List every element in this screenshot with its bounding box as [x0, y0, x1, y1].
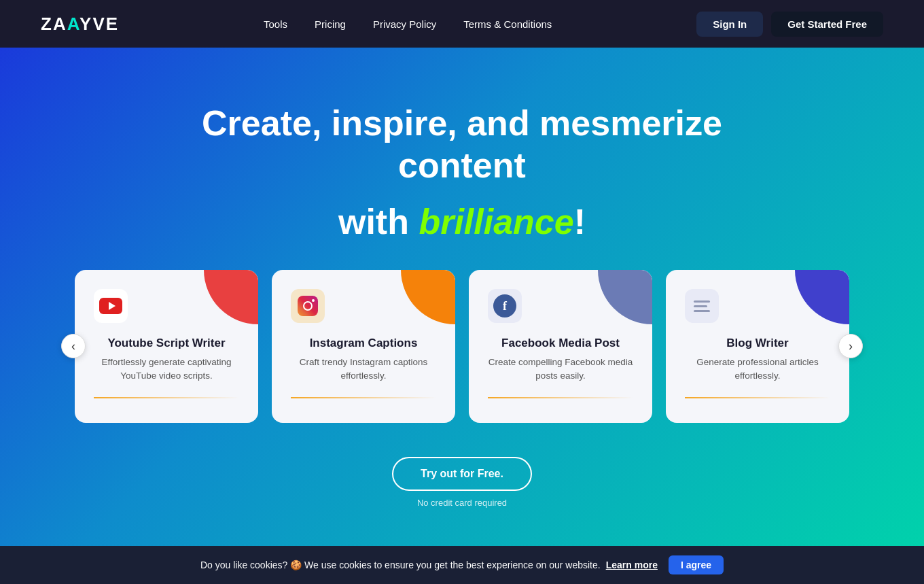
- blog-icon-wrapper: [685, 289, 719, 323]
- card-divider-youtube: [94, 397, 239, 398]
- navbar: ZAAYVE Tools Pricing Privacy Policy Term…: [0, 0, 924, 48]
- card-corner-blog: [795, 270, 849, 324]
- facebook-icon-wrapper: f: [488, 289, 522, 323]
- logo: ZAAYVE: [41, 14, 119, 35]
- signin-button[interactable]: Sign In: [696, 12, 763, 37]
- hero-title-line1: Create, inspire, and mesmerize content: [156, 102, 768, 187]
- card-divider-facebook: [488, 397, 633, 398]
- card-facebook: f Facebook Media Post Create compelling …: [469, 270, 652, 423]
- hero-brilliance: brilliance: [419, 202, 573, 241]
- card-corner-facebook: [598, 270, 652, 324]
- card-title-facebook: Facebook Media Post: [488, 337, 633, 350]
- card-desc-facebook: Create compelling Facebook media posts e…: [488, 356, 633, 383]
- nav-privacy[interactable]: Privacy Policy: [373, 18, 436, 30]
- nav-pricing[interactable]: Pricing: [315, 18, 346, 30]
- card-instagram: Instagram Captions Craft trendy Instagra…: [272, 270, 455, 423]
- card-desc-blog: Generate professional articles effortles…: [685, 356, 830, 383]
- try-free-button[interactable]: Try out for Free.: [392, 457, 532, 491]
- card-title-blog: Blog Writer: [685, 337, 830, 350]
- blog-lines-icon: [694, 300, 710, 312]
- yt-play-icon: [99, 298, 122, 314]
- try-section: Try out for Free. No credit card require…: [41, 450, 883, 535]
- nav-links: Tools Pricing Privacy Policy Terms & Con…: [264, 18, 552, 30]
- cookie-text: Do you like cookies? 🍪 We use cookies to…: [200, 560, 601, 570]
- card-youtube: Youtube Script Writer Effortlessly gener…: [75, 270, 258, 423]
- navbar-actions: Sign In Get Started Free: [696, 12, 883, 37]
- get-started-button[interactable]: Get Started Free: [771, 12, 883, 37]
- try-note: No credit card required: [41, 498, 883, 508]
- carousel-prev-button[interactable]: ‹: [61, 334, 86, 358]
- hero-title-line2: with brilliance!: [41, 201, 883, 243]
- instagram-icon: [298, 296, 318, 316]
- card-title-instagram: Instagram Captions: [291, 337, 436, 350]
- card-title-youtube: Youtube Script Writer: [94, 337, 239, 350]
- carousel-next-button[interactable]: ›: [838, 334, 863, 358]
- cards-carousel: ‹ Youtube Script Writer Effortlessly gen…: [54, 270, 870, 423]
- nav-tools[interactable]: Tools: [264, 18, 287, 30]
- nav-terms[interactable]: Terms & Conditions: [463, 18, 552, 30]
- facebook-icon: f: [493, 294, 516, 317]
- card-desc-youtube: Effortlessly generate captivating YouTub…: [94, 356, 239, 383]
- cards-wrapper: Youtube Script Writer Effortlessly gener…: [54, 270, 870, 423]
- hero-section: Create, inspire, and mesmerize content w…: [0, 48, 924, 576]
- card-desc-instagram: Craft trendy Instagram captions effortle…: [291, 356, 436, 383]
- cookie-learn-more[interactable]: Learn more: [606, 560, 658, 570]
- cookie-agree-button[interactable]: I agree: [669, 555, 724, 574]
- instagram-icon-wrapper: [291, 289, 325, 323]
- cookie-banner: Do you like cookies? 🍪 We use cookies to…: [0, 546, 924, 584]
- card-blog: Blog Writer Generate professional articl…: [666, 270, 849, 423]
- card-corner-instagram: [401, 270, 455, 324]
- card-corner-youtube: [204, 270, 258, 324]
- card-divider-blog: [685, 397, 830, 398]
- card-divider-instagram: [291, 397, 436, 398]
- youtube-icon: [94, 289, 128, 323]
